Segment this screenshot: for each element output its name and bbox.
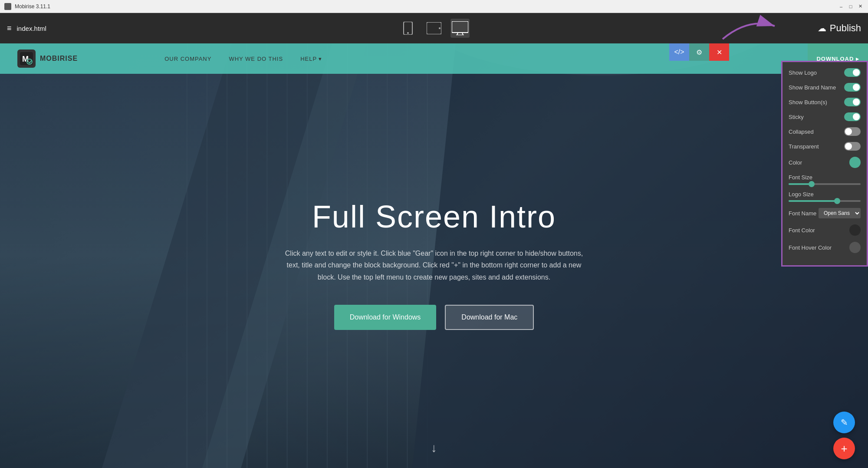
close-button[interactable]: ✕: [857, 3, 864, 10]
mobile-view-button[interactable]: [398, 19, 418, 38]
hero-title[interactable]: Full Screen Intro: [312, 199, 556, 234]
font-name-select[interactable]: Open Sans Roboto Lato Montserrat: [819, 208, 861, 218]
trash-icon: ✕: [717, 48, 722, 56]
sticky-row: Sticky: [789, 112, 861, 121]
show-brand-toggle[interactable]: [844, 83, 861, 92]
tablet-view-button[interactable]: [424, 19, 444, 38]
hero-subtitle[interactable]: Click any text to edit or style it. Clic…: [282, 247, 586, 283]
nav-link-help[interactable]: HELP ▾: [300, 56, 322, 62]
svg-text:M: M: [22, 55, 29, 63]
show-logo-toggle[interactable]: [844, 68, 861, 77]
app-toolbar: ≡ index.html ☁: [0, 13, 868, 43]
font-size-thumb[interactable]: [809, 181, 815, 187]
logo-size-track[interactable]: [789, 200, 861, 202]
svg-point-1: [407, 32, 409, 34]
app-title: Mobirise 3.11.1: [15, 3, 50, 10]
gear-icon: ⚙: [696, 48, 702, 56]
hero-buttons: Download for Windows Download for Mac: [334, 305, 534, 330]
font-size-fill: [789, 183, 810, 185]
logo-size-fill: [789, 200, 835, 202]
maximize-button[interactable]: □: [847, 3, 854, 10]
transparent-toggle[interactable]: [844, 142, 861, 151]
color-row: Color: [789, 157, 861, 168]
font-name-label: Font Name: [789, 210, 816, 217]
title-bar-left: Mobirise 3.11.1: [4, 3, 50, 10]
title-bar: Mobirise 3.11.1 – □ ✕: [0, 0, 868, 13]
nav-link-why[interactable]: WHY WE DO THIS: [229, 56, 283, 62]
settings-panel: Show Logo Show Brand Name Show Button(s): [781, 61, 868, 267]
show-buttons-toggle[interactable]: [844, 98, 861, 106]
publish-button[interactable]: ☁ Publish: [818, 23, 861, 34]
show-buttons-row: Show Button(s): [789, 98, 861, 106]
font-color-label: Font Color: [789, 227, 815, 234]
code-icon: </>: [674, 48, 684, 56]
collapsed-row: Collapsed: [789, 127, 861, 136]
cloud-upload-icon: ☁: [818, 23, 826, 33]
font-color-swatch[interactable]: [849, 224, 861, 236]
scroll-down-arrow[interactable]: ↓: [431, 441, 437, 455]
fab-edit-button[interactable]: ✎: [833, 412, 855, 433]
download-windows-button[interactable]: Download for Windows: [334, 305, 437, 330]
logo-size-container: Logo Size: [789, 191, 861, 202]
minimize-button[interactable]: –: [838, 3, 845, 10]
svg-point-3: [439, 27, 441, 29]
show-buttons-label: Show Button(s): [789, 99, 827, 105]
show-buttons-knob: [853, 99, 860, 105]
font-hover-color-row: Font Hover Color: [789, 242, 861, 253]
logo-icon: M: [17, 49, 36, 68]
show-brand-label: Show Brand Name: [789, 84, 836, 91]
font-size-container: Font Size: [789, 174, 861, 185]
show-logo-knob: [853, 69, 860, 76]
collapsed-knob: [845, 128, 852, 135]
fab-add-button[interactable]: +: [833, 438, 855, 459]
font-size-track[interactable]: [789, 183, 861, 185]
font-hover-color-label: Font Hover Color: [789, 244, 832, 251]
show-logo-label: Show Logo: [789, 69, 817, 76]
font-size-label: Font Size: [789, 174, 861, 181]
app-icon: [4, 3, 11, 10]
code-edit-button[interactable]: </>: [669, 43, 689, 61]
logo-size-thumb[interactable]: [834, 198, 840, 204]
font-name-row: Font Name Open Sans Roboto Lato Montserr…: [789, 208, 861, 218]
block-actions: </> ⚙ ✕: [669, 43, 729, 61]
sticky-label: Sticky: [789, 114, 804, 120]
show-brand-knob: [853, 84, 860, 91]
logo-size-label: Logo Size: [789, 191, 861, 198]
download-mac-button[interactable]: Download for Mac: [445, 305, 534, 330]
font-hover-color-swatch[interactable]: [849, 242, 861, 253]
site-nav: M MOBIRISE OUR COMPANY WHY WE DO THIS HE…: [0, 43, 868, 74]
nav-links: OUR COMPANY WHY WE DO THIS HELP ▾: [164, 56, 322, 62]
sticky-toggle[interactable]: [844, 112, 861, 121]
publish-label: Publish: [830, 23, 861, 34]
transparent-label: Transparent: [789, 143, 819, 150]
collapsed-toggle[interactable]: [844, 127, 861, 136]
website-preview: M MOBIRISE OUR COMPANY WHY WE DO THIS HE…: [0, 43, 868, 468]
desktop-view-button[interactable]: [450, 19, 470, 38]
transparent-knob: [845, 143, 852, 150]
hero-content: Full Screen Intro Click any text to edit…: [0, 43, 868, 468]
sticky-knob: [853, 113, 860, 120]
window-controls: – □ ✕: [838, 3, 864, 10]
transparent-row: Transparent: [789, 142, 861, 151]
svg-rect-4: [452, 21, 468, 33]
color-swatch[interactable]: [849, 157, 861, 168]
show-brand-row: Show Brand Name: [789, 83, 861, 92]
main-content: M MOBIRISE OUR COMPANY WHY WE DO THIS HE…: [0, 43, 868, 468]
color-label: Color: [789, 159, 802, 166]
nav-link-company[interactable]: OUR COMPANY: [164, 56, 211, 62]
plus-icon: +: [841, 442, 847, 455]
show-logo-row: Show Logo: [789, 68, 861, 77]
device-switcher: [398, 19, 470, 38]
menu-hamburger[interactable]: ≡: [7, 24, 12, 33]
delete-block-button[interactable]: ✕: [709, 43, 729, 61]
font-color-row: Font Color: [789, 224, 861, 236]
site-logo: M MOBIRISE: [17, 49, 78, 68]
settings-button[interactable]: ⚙: [689, 43, 709, 61]
file-name: index.html: [17, 25, 46, 32]
collapsed-label: Collapsed: [789, 129, 814, 135]
brand-name: MOBIRISE: [40, 55, 78, 63]
pencil-icon: ✎: [841, 417, 848, 428]
